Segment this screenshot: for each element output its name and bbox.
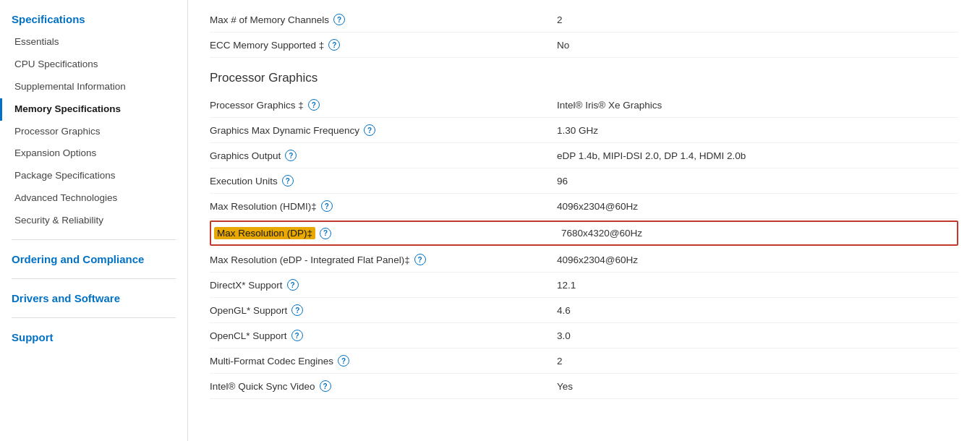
spec-value-max-res-dp: 7680x4320@60Hz <box>561 228 954 239</box>
spec-row-graphics-max-freq: Graphics Max Dynamic Frequency ? 1.30 GH… <box>210 118 958 143</box>
spec-row-opengl: OpenGL* Support ? 4.6 <box>210 298 958 323</box>
sidebar-item-memory-specifications[interactable]: Memory Specifications <box>0 98 187 121</box>
sidebar-section-drivers[interactable]: Drivers and Software <box>0 286 187 310</box>
spec-label-memory-channels: Max # of Memory Channels ? <box>210 14 557 25</box>
help-icon-ecc-memory[interactable]: ? <box>328 39 340 51</box>
spec-value-quick-sync: Yes <box>557 381 958 392</box>
spec-label-max-res-edp: Max Resolution (eDP - Integrated Flat Pa… <box>210 254 557 265</box>
spec-value-graphics-max-freq: 1.30 GHz <box>557 125 958 136</box>
sidebar-divider-3 <box>12 317 176 318</box>
spec-value-processor-graphics: Intel® Iris® Xe Graphics <box>557 100 958 111</box>
spec-label-text-max-res-hdmi: Max Resolution (HDMI)‡ <box>210 201 317 212</box>
spec-row-max-res-edp: Max Resolution (eDP - Integrated Flat Pa… <box>210 247 958 273</box>
spec-label-processor-graphics: Processor Graphics ‡ ? <box>210 99 557 111</box>
spec-row-quick-sync: Intel® Quick Sync Video ? Yes <box>210 374 958 399</box>
spec-label-text-execution-units: Execution Units <box>210 176 278 187</box>
spec-label-text-opencl: OpenCL* Support <box>210 330 287 341</box>
spec-value-opengl: 4.6 <box>557 305 958 316</box>
spec-row-graphics-output: Graphics Output ? eDP 1.4b, MIPI-DSI 2.0… <box>210 143 958 168</box>
spec-row-memory-channels: Max # of Memory Channels ? 2 <box>210 7 958 33</box>
help-icon-codec-engines[interactable]: ? <box>338 355 349 367</box>
spec-label-codec-engines: Multi-Format Codec Engines ? <box>210 355 557 367</box>
spec-value-directx: 12.1 <box>557 280 958 291</box>
help-icon-graphics-output[interactable]: ? <box>285 150 297 161</box>
sidebar: Specifications Essentials CPU Specificat… <box>0 0 188 441</box>
sidebar-item-advanced-technologies[interactable]: Advanced Technologies <box>0 187 187 210</box>
spec-label-opengl: OpenGL* Support ? <box>210 304 557 316</box>
sidebar-divider-2 <box>12 278 176 279</box>
spec-value-ecc-memory: No <box>557 40 958 51</box>
spec-value-codec-engines: 2 <box>557 356 958 367</box>
spec-row-max-res-dp: Max Resolution (DP)‡ ? 7680x4320@60Hz <box>210 220 958 246</box>
spec-label-text-codec-engines: Multi-Format Codec Engines <box>210 356 333 367</box>
spec-value-opencl: 3.0 <box>557 330 958 341</box>
spec-label-text-max-res-edp: Max Resolution (eDP - Integrated Flat Pa… <box>210 254 410 265</box>
sidebar-item-essentials[interactable]: Essentials <box>0 31 187 53</box>
help-icon-execution-units[interactable]: ? <box>282 175 294 187</box>
spec-value-memory-channels: 2 <box>557 14 958 25</box>
spec-row-execution-units: Execution Units ? 96 <box>210 168 958 194</box>
sidebar-item-package-specifications[interactable]: Package Specifications <box>0 165 187 187</box>
spec-row-processor-graphics: Processor Graphics ‡ ? Intel® Iris® Xe G… <box>210 93 958 118</box>
spec-label-text-memory-channels: Max # of Memory Channels <box>210 14 329 25</box>
spec-label-text-graphics-output: Graphics Output <box>210 150 281 161</box>
spec-label-text-max-res-dp: Max Resolution (DP)‡ <box>214 227 315 239</box>
sidebar-item-cpu-specifications[interactable]: CPU Specifications <box>0 53 187 76</box>
spec-label-graphics-output: Graphics Output ? <box>210 150 557 161</box>
spec-label-directx: DirectX* Support ? <box>210 279 557 291</box>
spec-value-graphics-output: eDP 1.4b, MIPI-DSI 2.0, DP 1.4, HDMI 2.0… <box>557 150 958 161</box>
spec-value-text-max-res-dp: 7680x4320@60Hz <box>561 228 642 239</box>
spec-label-opencl: OpenCL* Support ? <box>210 330 557 341</box>
spec-label-text-graphics-max-freq: Graphics Max Dynamic Frequency <box>210 125 359 136</box>
spec-row-ecc-memory: ECC Memory Supported ‡ ? No <box>210 33 958 58</box>
spec-label-text-directx: DirectX* Support <box>210 280 283 291</box>
help-icon-graphics-max-freq[interactable]: ? <box>364 124 375 136</box>
sidebar-item-security-reliability[interactable]: Security & Reliability <box>0 210 187 232</box>
sidebar-section-ordering[interactable]: Ordering and Compliance <box>0 247 187 271</box>
help-icon-memory-channels[interactable]: ? <box>333 14 345 25</box>
sidebar-item-processor-graphics[interactable]: Processor Graphics <box>0 121 187 143</box>
spec-row-codec-engines: Multi-Format Codec Engines ? 2 <box>210 348 958 374</box>
spec-label-text-opengl: OpenGL* Support <box>210 305 287 316</box>
spec-label-execution-units: Execution Units ? <box>210 175 557 187</box>
spec-label-max-res-dp: Max Resolution (DP)‡ ? <box>214 227 561 239</box>
help-icon-directx[interactable]: ? <box>287 279 299 291</box>
spec-value-max-res-hdmi: 4096x2304@60Hz <box>557 201 958 212</box>
help-icon-max-res-dp[interactable]: ? <box>320 228 331 239</box>
help-icon-processor-graphics[interactable]: ? <box>308 99 320 111</box>
main-content: Max # of Memory Channels ? 2 ECC Memory … <box>188 0 980 441</box>
processor-graphics-section-title: Processor Graphics <box>210 71 958 85</box>
spec-label-text-ecc-memory: ECC Memory Supported ‡ <box>210 40 324 51</box>
sidebar-item-supplemental-information[interactable]: Supplemental Information <box>0 76 187 98</box>
spec-label-ecc-memory: ECC Memory Supported ‡ ? <box>210 39 557 51</box>
spec-label-quick-sync: Intel® Quick Sync Video ? <box>210 380 557 392</box>
help-icon-opencl[interactable]: ? <box>291 330 303 341</box>
help-icon-opengl[interactable]: ? <box>291 304 303 316</box>
spec-value-max-res-edp: 4096x2304@60Hz <box>557 254 958 265</box>
help-icon-max-res-edp[interactable]: ? <box>414 254 426 265</box>
help-icon-quick-sync[interactable]: ? <box>320 380 331 392</box>
spec-label-max-res-hdmi: Max Resolution (HDMI)‡ ? <box>210 200 557 212</box>
sidebar-divider-1 <box>12 239 176 240</box>
sidebar-section-support[interactable]: Support <box>0 325 187 349</box>
spec-row-max-res-hdmi: Max Resolution (HDMI)‡ ? 4096x2304@60Hz <box>210 194 958 219</box>
spec-label-graphics-max-freq: Graphics Max Dynamic Frequency ? <box>210 124 557 136</box>
spec-row-opencl: OpenCL* Support ? 3.0 <box>210 323 958 348</box>
spec-label-text-processor-graphics: Processor Graphics ‡ <box>210 100 304 111</box>
spec-row-directx: DirectX* Support ? 12.1 <box>210 273 958 298</box>
sidebar-section-specifications[interactable]: Specifications <box>0 7 187 31</box>
help-icon-max-res-hdmi[interactable]: ? <box>321 200 333 212</box>
spec-label-text-quick-sync: Intel® Quick Sync Video <box>210 381 315 392</box>
sidebar-item-expansion-options[interactable]: Expansion Options <box>0 142 187 165</box>
spec-value-execution-units: 96 <box>557 176 958 187</box>
